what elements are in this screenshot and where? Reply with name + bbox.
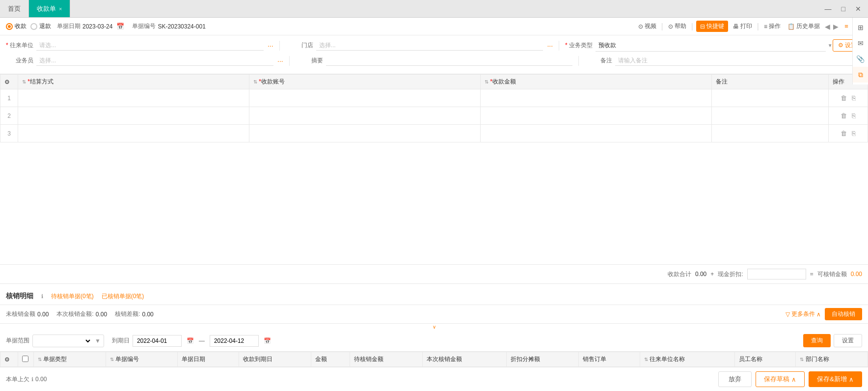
th-gear-verif[interactable]: ⚙: [0, 352, 18, 367]
th-settle-method: ⇅ *结算方式: [18, 75, 249, 89]
radio-dot-receipt: [6, 23, 13, 30]
th-employee: 员工名称: [734, 352, 796, 367]
row-copy-icon[interactable]: ⎘: [852, 94, 856, 102]
summary-field: 摘要: [296, 56, 573, 66]
date-from-input[interactable]: [133, 335, 182, 347]
verif-header: 核销明细 ℹ 待核销单据(0笔) 已核销单据(0笔): [0, 288, 868, 305]
table-gear-header[interactable]: ⚙: [0, 75, 18, 89]
biz-type-label: 业务类型: [565, 41, 593, 50]
row-copy-icon[interactable]: ⎘: [852, 112, 856, 119]
counterpart-more-btn[interactable]: ···: [268, 42, 273, 50]
ops-btn[interactable]: ≡ 操作: [762, 21, 783, 31]
th-current-amount: 本次核销金额: [422, 352, 506, 367]
table-row: 2 🗑 ⎘: [0, 107, 868, 125]
store-input[interactable]: [316, 40, 543, 51]
date-to-icon[interactable]: 📅: [264, 337, 271, 344]
bottom-bar: 本单上欠 ℹ 0.00 放弃 保存草稿 ∧ 保存&新增 ∧: [0, 367, 868, 391]
remark-input[interactable]: [615, 56, 862, 66]
receipt-table: ⚙ ⇅ *结算方式 ⇅ *收款账号 ⇅ *收款金额 备注 操作 1 🗑: [0, 74, 868, 142]
counterpart-field: 往来单位 ···: [6, 40, 273, 51]
th-sales-order: 销售订单: [579, 352, 640, 367]
due-date-field: 到期日 📅 — 📅: [112, 335, 271, 347]
save-draft-button[interactable]: 保存草稿 ∧: [756, 371, 805, 387]
th-pending-amount: 待核销金额: [350, 352, 423, 367]
form-area: 往来单位 ··· 门店 ··· 业务类型 预收款 ▼ ⚙ 设置: [0, 35, 868, 74]
remark-label: 备注: [585, 56, 612, 65]
radio-dot-refund: [30, 23, 37, 30]
th-amount: 金额: [311, 352, 350, 367]
radio-refund[interactable]: 退款: [30, 22, 51, 30]
biz-type-value[interactable]: 预收款: [596, 40, 826, 52]
prev-arrow[interactable]: ◀: [825, 23, 830, 30]
minimize-button[interactable]: —: [822, 4, 835, 14]
row-copy-icon[interactable]: ⎘: [852, 130, 856, 137]
th-receipt-due: 收款到期日: [239, 352, 311, 367]
abandon-button[interactable]: 放弃: [718, 371, 752, 387]
th-doc-type: ⇅ 单据类型: [34, 352, 106, 367]
verif-table-area: ⚙ ⇅ 单据类型 ⇅ 单据编号 单据日期 收款到期日 金额 待核销金额 本次核销…: [0, 352, 868, 367]
next-arrow[interactable]: ▶: [833, 23, 839, 30]
save-new-button[interactable]: 保存&新增 ∧: [809, 371, 862, 387]
tab-done-verif[interactable]: 已核销单据(0笔): [102, 292, 144, 301]
sidebar-attach-icon[interactable]: 📎: [853, 51, 868, 67]
discount-input[interactable]: [747, 269, 806, 279]
th-receipt-amount: ⇅ *收款金额: [480, 75, 711, 89]
th-doc-date: 单据日期: [178, 352, 239, 367]
sidebar-mail-icon[interactable]: ✉: [853, 35, 868, 51]
doc-type-radio: 收款 退款: [6, 22, 51, 30]
bottom-info-icon[interactable]: ℹ: [31, 376, 33, 383]
verif-info-icon[interactable]: ℹ: [41, 293, 43, 300]
radio-receipt[interactable]: 收款: [6, 22, 27, 30]
search-settings-button[interactable]: 设置: [834, 334, 862, 347]
calendar-icon[interactable]: 📅: [114, 22, 126, 31]
tab-pending-verif[interactable]: 待核销单据(0笔): [51, 292, 94, 301]
print-btn[interactable]: 🖶 打印: [731, 21, 754, 31]
auto-verif-button[interactable]: 自动核销: [825, 308, 862, 320]
tab-receipt[interactable]: 收款单 ×: [29, 0, 70, 17]
date-from-icon[interactable]: 📅: [187, 337, 194, 344]
table-row: 3 🗑 ⎘: [0, 125, 868, 142]
verif-info-row: 未核销金额 0.00 本次核销金额: 0.00 核销差额: 0.00 ▽ 更多条…: [0, 305, 868, 324]
row-delete-icon[interactable]: 🗑: [841, 94, 847, 102]
store-field: 门店 ···: [286, 40, 553, 51]
salesperson-input[interactable]: [36, 56, 273, 66]
more-filter-btn[interactable]: ▽ 更多条件 ∧: [786, 310, 821, 318]
help-icon: ⊙: [668, 23, 673, 30]
save-draft-arrow[interactable]: ∧: [791, 376, 796, 383]
range-select[interactable]: [33, 335, 92, 347]
sidebar-screenshot-icon[interactable]: ⧉: [853, 67, 868, 83]
filter-icon: ▽: [786, 311, 790, 318]
summary-input[interactable]: [326, 56, 573, 66]
salesperson-more-btn[interactable]: ···: [277, 57, 283, 65]
main-content: 收款 退款 单据日期 2023-03-24 📅 单据编号 SK-20230324…: [0, 18, 868, 391]
date-to-input[interactable]: [210, 335, 259, 347]
form-row-2: 业务员 ··· 摘要 备注: [6, 56, 862, 66]
row-delete-icon[interactable]: 🗑: [841, 112, 847, 119]
store-more-btn[interactable]: ···: [547, 42, 553, 50]
salesperson-field: 业务员 ···: [6, 56, 283, 66]
close-button[interactable]: ✕: [852, 4, 864, 14]
range-select-arrow[interactable]: ▼: [92, 335, 104, 346]
query-button[interactable]: 查询: [803, 334, 831, 347]
row-delete-icon[interactable]: 🗑: [841, 130, 847, 137]
counterpart-input[interactable]: [36, 40, 264, 51]
save-new-arrow[interactable]: ∧: [849, 376, 854, 383]
form-row-1: 往来单位 ··· 门店 ··· 业务类型 预收款 ▼ ⚙ 设置: [6, 39, 862, 52]
tab-bar: 首页 收款单 × — □ ✕: [0, 0, 868, 18]
history-btn[interactable]: 📋 历史单据: [786, 21, 822, 31]
sidebar-table-icon[interactable]: ⊞: [853, 20, 868, 35]
th-discount: 折扣分摊额: [506, 352, 579, 367]
tab-home[interactable]: 首页: [0, 0, 29, 17]
biz-type-dropdown-icon[interactable]: ▼: [828, 43, 833, 48]
print-icon: 🖶: [733, 23, 739, 30]
video-btn[interactable]: ⊙ 视频: [636, 21, 658, 31]
maximize-button[interactable]: □: [839, 4, 848, 14]
table-row: 1 🗑 ⎘: [0, 89, 868, 107]
tab-close-icon[interactable]: ×: [59, 6, 62, 12]
select-all-checkbox[interactable]: [22, 356, 28, 362]
shortcut-btn[interactable]: ⊟ 快捷键: [696, 21, 728, 32]
bottom-actions: 放弃 保存草稿 ∧ 保存&新增 ∧: [718, 371, 862, 387]
help-btn[interactable]: ⊙ 帮助: [666, 21, 688, 31]
th-remark: 备注: [711, 75, 828, 89]
list-view-icon[interactable]: ≡: [841, 22, 851, 31]
